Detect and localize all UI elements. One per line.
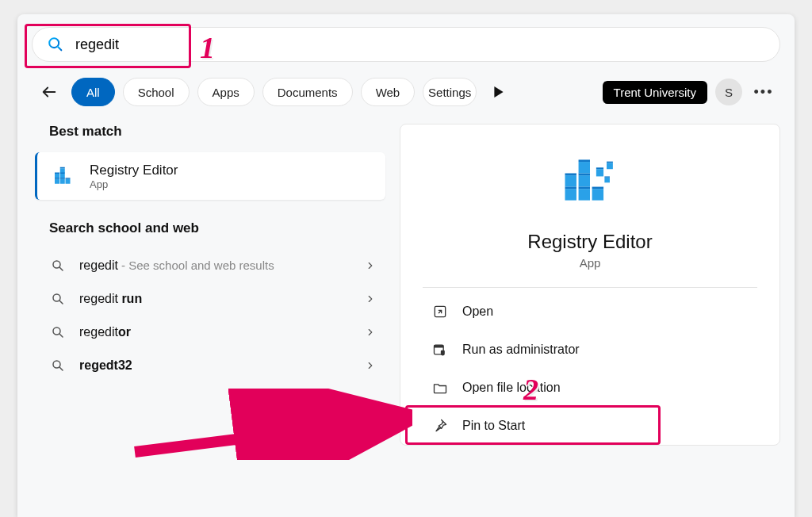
divider [423,287,757,288]
svg-rect-13 [66,178,71,179]
annotation-box-1 [25,24,191,68]
play-icon [493,86,504,98]
svg-rect-31 [579,159,590,162]
avatar[interactable]: S [715,79,742,105]
svg-rect-37 [607,162,613,163]
svg-rect-6 [60,168,65,173]
registry-editor-large-icon [557,148,623,215]
search-more-heading: Search school and web [32,220,389,236]
svg-rect-7 [66,179,71,184]
svg-rect-4 [60,174,65,178]
annotation-box-2 [405,405,661,445]
svg-rect-22 [565,175,576,186]
best-match-subtitle: App [90,178,178,190]
back-button[interactable] [35,78,63,106]
svg-rect-38 [604,178,610,183]
tab-settings[interactable]: Settings [423,78,477,106]
tab-documents[interactable]: Documents [262,78,353,106]
svg-line-17 [59,301,63,304]
svg-rect-36 [607,163,613,169]
org-chip[interactable]: Trent University [603,81,707,104]
svg-rect-10 [60,167,65,169]
folder-icon [432,380,448,396]
chevron-right-icon [365,360,376,371]
action-label: Run as administrator [462,343,580,357]
suggestion-text: regeditor [79,325,350,339]
search-small-icon [51,258,65,273]
chevron-right-icon [365,327,376,338]
svg-rect-12 [60,178,65,179]
action-open[interactable]: Open [423,293,757,331]
svg-rect-30 [579,162,590,173]
run-admin-icon [432,342,448,358]
svg-line-19 [59,334,63,337]
svg-rect-29 [579,187,590,190]
search-suggestion[interactable]: regedt32 [32,349,389,382]
svg-line-21 [59,367,63,370]
svg-rect-9 [60,173,65,174]
tabs-overflow-button[interactable] [485,78,513,106]
action-label: Open [462,304,493,319]
search-suggestion[interactable]: regedit - See school and web results [32,249,389,282]
svg-rect-11 [55,178,59,179]
suggestion-text: regedit - See school and web results [79,258,350,273]
svg-line-15 [59,267,63,270]
best-match-result[interactable]: Registry Editor App [35,152,385,200]
best-match-title: Registry Editor [90,163,178,178]
more-button[interactable]: ••• [750,79,777,105]
action-folder[interactable]: Open file location [423,369,757,407]
suggestion-text: regedit run [79,292,350,306]
search-small-icon [51,325,65,339]
svg-point-18 [53,327,60,335]
svg-rect-25 [565,187,576,190]
svg-point-20 [53,361,60,368]
tab-apps[interactable]: Apps [197,78,255,106]
search-suggestion[interactable]: regeditor [32,316,389,349]
search-suggestion[interactable]: regedit run [32,282,389,316]
action-admin[interactable]: Run as administrator [423,331,757,369]
svg-rect-5 [60,179,65,184]
best-match-heading: Best match [32,124,389,140]
tab-web[interactable]: Web [361,78,416,106]
annotation-step-1: 1 [200,30,215,65]
tab-all[interactable]: All [71,78,115,106]
svg-rect-33 [592,187,603,190]
back-arrow-icon [40,83,58,101]
svg-rect-39 [604,176,610,177]
search-small-icon [51,292,65,306]
action-label: Open file location [462,381,561,395]
preview-title: Registry Editor [527,231,652,253]
search-small-icon [51,358,65,373]
results-column: Best match Registry [32,124,389,446]
chevron-right-icon [365,260,376,271]
chevron-right-icon [365,293,376,304]
svg-rect-32 [592,189,603,200]
svg-rect-3 [55,179,59,184]
svg-rect-23 [565,174,576,176]
registry-editor-icon [50,162,79,190]
svg-rect-8 [55,173,59,174]
tab-school[interactable]: School [123,78,190,106]
svg-rect-26 [579,175,590,186]
svg-point-16 [53,294,60,301]
svg-rect-2 [55,174,59,178]
svg-rect-35 [596,167,603,169]
filter-tabs: All School Apps Documents Web Settings T… [32,78,780,106]
svg-rect-42 [435,345,444,347]
suggestion-text: regedt32 [79,358,350,373]
svg-rect-24 [565,189,576,200]
open-icon [432,304,448,320]
svg-rect-34 [596,169,603,176]
annotation-step-2: 2 [523,372,538,407]
svg-rect-28 [579,189,590,200]
preview-subtitle: App [580,256,601,270]
svg-rect-27 [579,174,590,176]
preview-pane: Registry Editor App OpenRun as administr… [400,124,780,446]
svg-point-14 [53,261,60,268]
